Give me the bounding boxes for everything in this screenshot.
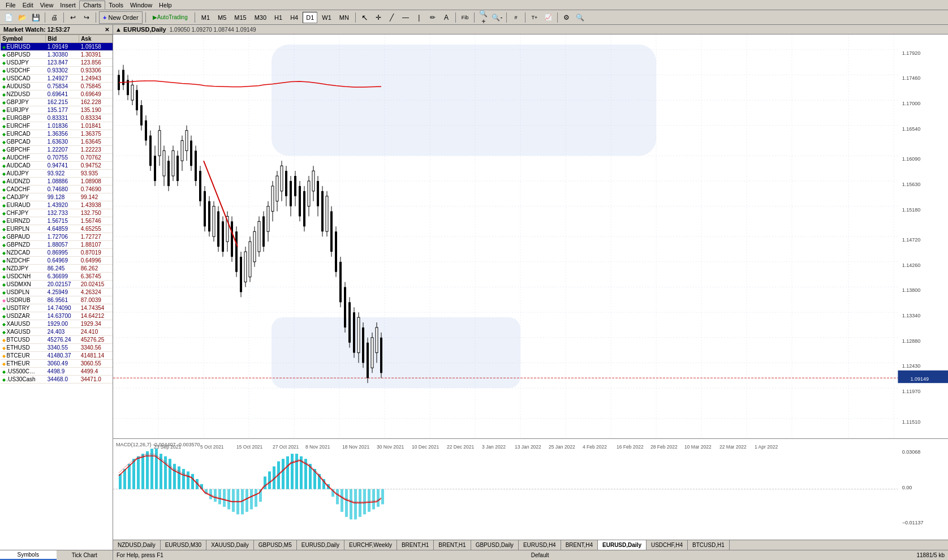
market-watch-row[interactable]: USDJPY 123.847 123.856 — [1, 59, 113, 67]
tab-gbpusd-daily[interactable]: GBPUSD,Daily — [471, 540, 519, 550]
tab-eurusd-daily-active[interactable]: EURUSD,Daily — [598, 540, 647, 550]
tool-text[interactable]: A — [440, 11, 453, 24]
toolbar-autotrading[interactable]: ▶ AutoTrading — [149, 11, 192, 24]
tab-eurusd-h4[interactable]: EURUSD,H4 — [519, 540, 561, 550]
market-watch-row[interactable]: NZDUSD 0.69641 0.69649 — [1, 91, 113, 98]
market-watch-row[interactable]: USDMXN 20.02157 20.02415 — [1, 281, 113, 288]
tool-pen[interactable]: ✏ — [426, 11, 439, 24]
tab-eurusd-daily-1[interactable]: EURUSD,Daily — [297, 540, 344, 550]
tab-usdchf-h4[interactable]: USDCHF,H4 — [647, 540, 688, 550]
toolbar-undo[interactable]: ↩ — [67, 11, 79, 24]
menu-window[interactable]: Window — [127, 1, 156, 9]
market-watch-row[interactable]: AUDJPY 93.922 93.935 — [1, 170, 113, 178]
market-watch-row[interactable]: .US500C… 4498.9 4499.4 — [1, 368, 113, 376]
market-watch-row[interactable]: AUDNZD 1.08886 1.08908 — [1, 178, 113, 186]
tf-m5[interactable]: M5 — [214, 12, 230, 23]
market-watch-close[interactable]: ✕ — [105, 27, 109, 33]
zoom-out[interactable]: 🔍- — [491, 11, 503, 24]
market-watch-row[interactable]: ETHUSD 3340.55 3340.56 — [1, 344, 113, 352]
market-watch-row[interactable]: EURCHF 1.01836 1.01841 — [1, 122, 113, 130]
menu-help[interactable]: Help — [156, 1, 175, 9]
market-watch-row[interactable]: GBPUSD 1.30380 1.30391 — [1, 51, 113, 59]
tool-cursor[interactable]: ↖ — [359, 11, 371, 24]
market-watch-row[interactable]: USDZAR 14.63700 14.64212 — [1, 312, 113, 320]
market-watch-row[interactable]: GBPJPY 162.215 162.228 — [1, 98, 113, 106]
market-watch-row[interactable]: .US30Cash 34468.0 34471.0 — [1, 376, 113, 384]
market-watch-row[interactable]: USDPLN 4.25949 4.26324 — [1, 288, 113, 296]
toolbar-indicators[interactable]: 📈 — [542, 11, 554, 24]
market-watch-row[interactable]: USDCHF 0.93302 0.93306 — [1, 67, 113, 75]
market-watch-row[interactable]: USDTRY 14.74090 14.74354 — [1, 304, 113, 312]
market-watch-row[interactable]: EURJPY 135.177 135.190 — [1, 106, 113, 114]
menu-edit[interactable]: Edit — [19, 1, 37, 9]
tab-brent-h1-1[interactable]: BRENT,H1 — [397, 540, 434, 550]
tf-m15[interactable]: M15 — [231, 12, 249, 23]
market-watch-row[interactable]: CHFJPY 132.733 132.750 — [1, 209, 113, 217]
market-watch-row[interactable]: GBPCHF 1.22207 1.22223 — [1, 146, 113, 154]
tab-btcusd-h1[interactable]: BTCUSD,H1 — [688, 540, 730, 550]
tool-crosshair[interactable]: ✛ — [372, 11, 385, 24]
tf-m1[interactable]: M1 — [198, 12, 213, 23]
market-watch-row[interactable]: USDCAD 1.24927 1.24943 — [1, 75, 113, 83]
market-watch-row[interactable]: EURGBP 0.83331 0.83334 — [1, 114, 113, 122]
toolbar-open[interactable]: 📂 — [16, 11, 28, 24]
market-watch-scroll[interactable]: Symbol Bid Ask EURUSD 1.09149 1.09158 GB… — [0, 35, 113, 550]
new-order-button[interactable]: + New Order — [99, 11, 143, 24]
menu-charts[interactable]: Charts — [79, 1, 105, 9]
tab-eurusd-m30[interactable]: EURUSD,M30 — [161, 540, 206, 550]
market-watch-row[interactable]: EURAUD 1.43920 1.43938 — [1, 201, 113, 209]
market-watch-row[interactable]: EURNZD 1.56715 1.56746 — [1, 217, 113, 225]
tab-xauusd-daily[interactable]: XAUUSD,Daily — [206, 540, 254, 550]
tab-nzdusd-daily[interactable]: NZDUSD,Daily — [113, 540, 161, 550]
toolbar-print[interactable]: 🖨 — [48, 11, 61, 24]
tool-fib[interactable]: Fib — [459, 11, 471, 24]
zoom-in[interactable]: 🔍+ — [477, 11, 490, 24]
tf-h4[interactable]: H4 — [287, 12, 301, 23]
tf-d1[interactable]: D1 — [303, 12, 317, 23]
toolbar-settings[interactable]: ⚙ — [561, 11, 573, 24]
toolbar-redo[interactable]: ↪ — [80, 11, 93, 24]
tab-tick-chart[interactable]: Tick Chart — [57, 550, 113, 560]
tf-m30[interactable]: M30 — [251, 12, 270, 23]
menu-insert[interactable]: Insert — [57, 1, 79, 9]
market-watch-row[interactable]: AUDCHF 0.70755 0.70762 — [1, 154, 113, 162]
tab-eurchf-weekly[interactable]: EURCHF,Weekly — [344, 540, 397, 550]
tf-mn[interactable]: MN — [336, 12, 352, 23]
chart-grid-toggle[interactable]: # — [510, 11, 522, 24]
tab-symbols[interactable]: Symbols — [0, 550, 57, 560]
menu-view[interactable]: View — [37, 1, 57, 9]
market-watch-row[interactable]: XAGUSD 24.403 24.410 — [1, 328, 113, 336]
market-watch-row[interactable]: USDCNH 6.36699 6.36745 — [1, 273, 113, 281]
market-watch-row[interactable]: NZDCAD 0.86995 0.87019 — [1, 249, 113, 257]
toolbar-new[interactable]: 📄 — [2, 11, 15, 24]
market-watch-row[interactable]: USDRUB 86.9561 87.0039 — [1, 296, 113, 304]
tool-line[interactable]: ╱ — [386, 11, 398, 24]
market-watch-row[interactable]: GBPAUD 1.72706 1.72727 — [1, 233, 113, 241]
market-watch-row[interactable]: EURUSD 1.09149 1.09158 — [1, 43, 113, 51]
tab-brent-h4[interactable]: BRENT,H4 — [561, 540, 598, 550]
tf-w1[interactable]: W1 — [318, 12, 335, 23]
market-watch-row[interactable]: NZDJPY 86.245 86.262 — [1, 265, 113, 273]
market-watch-row[interactable]: BTCEUR 41480.37 41481.14 — [1, 352, 113, 360]
market-watch-row[interactable]: GBPNZD 1.88057 1.88107 — [1, 241, 113, 249]
tab-gbpusd-m5[interactable]: GBPUSD,M5 — [254, 540, 297, 550]
menu-file[interactable]: File — [2, 1, 19, 9]
market-watch-row[interactable]: BTCUSD 45276.24 45276.25 — [1, 336, 113, 344]
tool-hline[interactable]: — — [399, 11, 412, 24]
market-watch-row[interactable]: AUDCAD 0.94741 0.94752 — [1, 162, 113, 170]
market-watch-row[interactable]: GBPCAD 1.63630 1.63645 — [1, 138, 113, 146]
market-watch-row[interactable]: CADCHF 0.74680 0.74690 — [1, 186, 113, 193]
market-watch-row[interactable]: ETHEUR 3060.49 3060.55 — [1, 360, 113, 368]
market-watch-row[interactable]: EURPLN 4.64859 4.65255 — [1, 225, 113, 233]
tab-brent-h1-2[interactable]: BRENT,H1 — [434, 540, 471, 550]
toolbar-templates[interactable]: T+ — [528, 11, 541, 24]
market-watch-row[interactable]: NZDCHF 0.64969 0.64996 — [1, 257, 113, 265]
toolbar-search[interactable]: 🔍 — [574, 11, 587, 24]
toolbar-save[interactable]: 💾 — [29, 11, 42, 24]
market-watch-row[interactable]: CADJPY 99.128 99.142 — [1, 193, 113, 201]
chart-container[interactable]: 1.09149 — [113, 35, 948, 540]
tool-vline[interactable]: | — [413, 11, 425, 24]
market-watch-row[interactable]: AUDUSD 0.75834 0.75845 — [1, 83, 113, 91]
market-watch-row[interactable]: XAUUSD 1929.00 1929.34 — [1, 320, 113, 328]
tf-h1[interactable]: H1 — [271, 12, 286, 23]
